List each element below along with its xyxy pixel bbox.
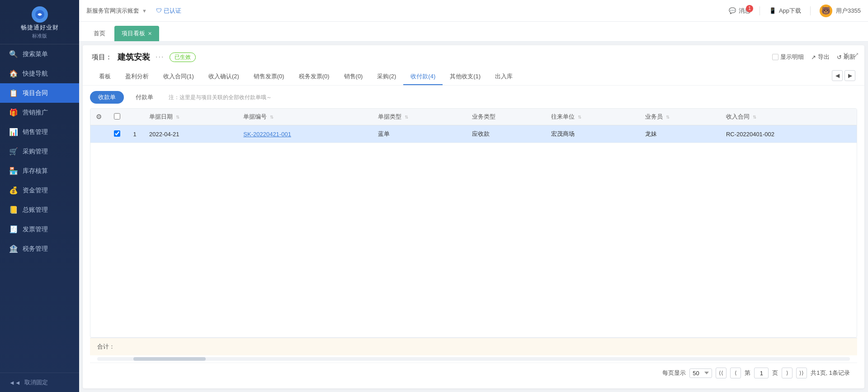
checkbox-column-header[interactable] [108, 109, 126, 125]
export-button[interactable]: ↗ 导出 [811, 53, 830, 61]
data-table: ⚙ 单据日期 ⇅ 单据编号 [90, 109, 857, 143]
header-divider-2 [810, 6, 811, 15]
sort-salesperson-icon[interactable]: ⇅ [666, 115, 670, 120]
app-download-button[interactable]: 📱 App下载 [769, 7, 801, 15]
sidebar-item-sales[interactable]: 📊 销售管理 [0, 122, 79, 142]
pay-tab-button[interactable]: 付款单 [127, 91, 161, 104]
sidebar-item-contract[interactable]: 📋 项目合同 [0, 83, 79, 103]
receive-tab-button[interactable]: 收款单 [90, 91, 124, 104]
partner-column-header[interactable]: 往来单位 ⇅ [546, 109, 640, 125]
tab-project-board-label: 项目看板 [122, 29, 145, 38]
current-page-input[interactable] [754, 368, 769, 378]
user-menu[interactable]: 🐻 用户3355 [820, 5, 861, 17]
sub-tab-prev-icon[interactable]: ◀ [832, 70, 843, 81]
bank-icon: 🏦 [9, 244, 18, 253]
cancel-fixed-label: 取消固定 [24, 378, 48, 387]
next-page-button[interactable]: ⟩ [782, 368, 793, 378]
tab-bar: 首页 项目看板 ✕ [79, 22, 868, 42]
sub-tab-purchase[interactable]: 采购(2) [370, 69, 403, 85]
message-button[interactable]: 💬 消息 1 [729, 7, 750, 15]
cancel-fixed-button[interactable]: ◄◄ 取消固定 [0, 373, 79, 392]
app-edition: 标准版 [32, 33, 47, 39]
code-column-header[interactable]: 单据编号 ⇅ [238, 109, 373, 125]
row-num-cell: 1 [126, 125, 144, 143]
scrollbar-thumb[interactable] [133, 357, 206, 361]
sort-date-icon[interactable]: ⇅ [176, 115, 179, 120]
table-row[interactable]: 1 2022-04-21 SK-20220421-001 蓝单 [90, 125, 857, 143]
sidebar-item-search[interactable]: 🔍 搜索菜单 [0, 44, 79, 64]
tab-close-icon[interactable]: ✕ [148, 31, 152, 37]
sidebar-item-label: 资金管理 [23, 186, 48, 195]
status-badge: 已生效 [170, 53, 196, 62]
sidebar-item-inventory[interactable]: 🏪 库存核算 [0, 161, 79, 181]
row-code-cell[interactable]: SK-20220421-001 [238, 125, 373, 143]
table-wrapper: ⚙ 单据日期 ⇅ 单据编号 [90, 108, 857, 338]
tab-project-board[interactable]: 项目看板 ✕ [114, 26, 159, 41]
sub-tab-profit[interactable]: 盈利分析 [118, 69, 156, 85]
income-contract-column-header[interactable]: 收入合同 ⇅ [721, 109, 857, 125]
maximize-icon[interactable]: ⤢ [853, 51, 859, 59]
horizontal-scrollbar[interactable] [97, 357, 850, 361]
type-column-header[interactable]: 单据类型 ⇅ [373, 109, 467, 125]
tab-home[interactable]: 首页 [86, 26, 113, 41]
content-header: 项目： 建筑安装 ··· 已生效 显示明细 ↗ 导出 ↺ 刷新 [83, 45, 864, 86]
book-icon: 📒 [9, 206, 18, 214]
main-area: 新服务官网演示账套 ▼ 🛡 已认证 💬 消息 1 📱 App下载 🐻 用户335… [79, 0, 868, 392]
sub-tab-sales[interactable]: 销售(0) [337, 69, 370, 85]
page-label: 第 [745, 369, 750, 377]
prev-page-button[interactable]: ⟨ [730, 368, 741, 378]
sub-tab-board[interactable]: 看板 [92, 69, 118, 85]
notification-count: 1 [746, 5, 753, 12]
settings-column-header[interactable]: ⚙ [90, 109, 108, 125]
sort-type-icon[interactable]: ⇅ [405, 115, 408, 120]
sidebar-item-tax[interactable]: 🏦 税务管理 [0, 239, 79, 258]
home-icon: 🏠 [9, 69, 18, 78]
sidebar-item-funds[interactable]: 💰 资金管理 [0, 181, 79, 200]
sidebar-item-quicknav[interactable]: 🏠 快捷导航 [0, 64, 79, 83]
table-header-row: ⚙ 单据日期 ⇅ 单据编号 [90, 109, 857, 125]
sidebar-item-purchase[interactable]: 🛒 采购管理 [0, 142, 79, 161]
first-page-button[interactable]: ⟨⟨ [716, 368, 726, 378]
last-page-button[interactable]: ⟩⟩ [796, 368, 807, 378]
sub-tab-next-icon[interactable]: ▶ [844, 70, 855, 81]
sub-tab-sales-invoice[interactable]: 销售发票(0) [246, 69, 292, 85]
sub-tab-other-expense[interactable]: 其他收支(1) [443, 69, 488, 85]
top-header: 新服务官网演示账套 ▼ 🛡 已认证 💬 消息 1 📱 App下载 🐻 用户335… [79, 0, 868, 22]
sub-tab-receive-pay[interactable]: 收付款(4) [403, 69, 443, 85]
sidebar-item-marketing[interactable]: 🎁 营销推广 [0, 103, 79, 122]
content-outer: ✕ ⤢ 项目： 建筑安装 ··· 已生效 显示明细 ↗ 导出 [83, 45, 864, 388]
sub-tab-tax-invoice[interactable]: 税务发票(0) [292, 69, 337, 85]
sub-tab-income-confirm[interactable]: 收入确认(2) [201, 69, 246, 85]
more-icon[interactable]: ··· [156, 53, 164, 61]
date-column-header[interactable]: 单据日期 ⇅ [144, 109, 238, 125]
sort-income-contract-icon[interactable]: ⇅ [753, 115, 756, 120]
sub-tab-inout[interactable]: 出入库 [488, 69, 520, 85]
sidebar: 畅捷通好业财 标准版 🔍 搜索菜单 🏠 快捷导航 📋 项目合同 🎁 营销推广 📊… [0, 0, 79, 392]
show-detail-action[interactable]: 显示明细 [772, 53, 804, 61]
select-all-checkbox[interactable] [114, 113, 120, 120]
sort-partner-icon[interactable]: ⇅ [578, 115, 581, 120]
sidebar-item-ledger[interactable]: 📒 总账管理 [0, 200, 79, 220]
salesperson-column-header[interactable]: 业务员 ⇅ [640, 109, 720, 125]
sidebar-item-invoice[interactable]: 🧾 发票管理 [0, 220, 79, 239]
row-biz-type-cell: 应收款 [467, 125, 546, 143]
project-name: 建筑安装 [118, 52, 150, 62]
export-icon: ↗ [811, 54, 816, 61]
sort-code-icon[interactable]: ⇅ [270, 115, 274, 120]
chevron-down-icon: ▼ [142, 8, 147, 14]
page-size-select[interactable]: 50 20 100 [689, 368, 712, 378]
row-checkbox[interactable] [114, 130, 120, 137]
pagination-row: 每页显示 50 20 100 ⟨⟨ ⟨ 第 页 ⟩ ⟩⟩ 共1页, 1条记录 [90, 363, 857, 383]
row-checkbox-cell[interactable] [108, 125, 126, 143]
settings-icon[interactable]: ⚙ [96, 113, 102, 120]
total-info: 共1页, 1条记录 [811, 369, 850, 377]
account-selector[interactable]: 新服务官网演示账套 ▼ [86, 7, 147, 15]
sidebar-item-label: 库存核算 [23, 167, 48, 175]
close-icon[interactable]: ✕ [843, 51, 849, 59]
message-icon: 💬 [729, 7, 736, 14]
header-divider [760, 6, 760, 15]
show-detail-checkbox[interactable] [772, 54, 778, 60]
scrollbar-row [90, 355, 857, 363]
sidebar-item-label: 项目合同 [23, 89, 48, 97]
sub-tab-income-contract[interactable]: 收入合同(1) [156, 69, 201, 85]
